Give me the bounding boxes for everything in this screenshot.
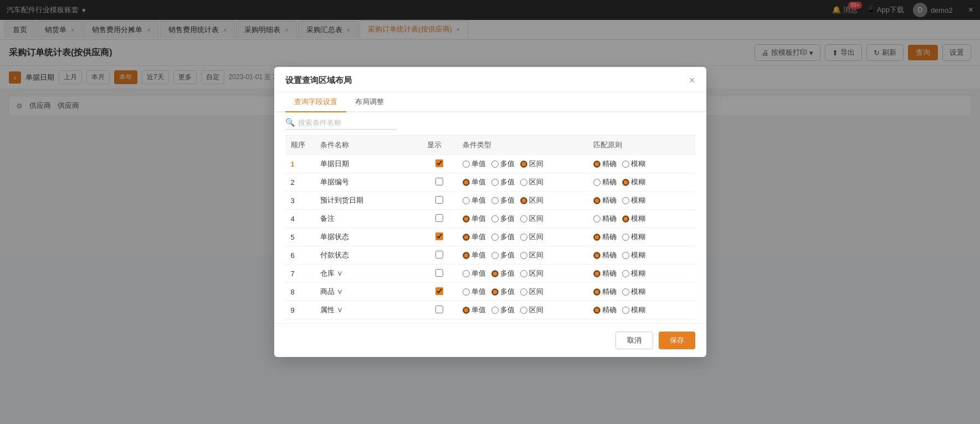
- cell-type: 单值多值区间: [457, 155, 588, 173]
- modal-close-button[interactable]: ×: [689, 75, 695, 92]
- type-radio-多值-4[interactable]: [491, 215, 499, 223]
- type-radio-多值-5[interactable]: [491, 234, 499, 241]
- display-checkbox-6[interactable]: [435, 251, 443, 256]
- order-number: 1: [291, 160, 295, 168]
- cell-order: 5: [285, 228, 315, 246]
- table-row: 1单据日期单值多值区间精确模糊: [285, 155, 695, 173]
- type-radio-单值-3[interactable]: [463, 197, 470, 204]
- display-checkbox-2[interactable]: [435, 178, 443, 185]
- cell-display: [422, 173, 457, 192]
- display-checkbox-4[interactable]: [435, 214, 443, 222]
- cell-name: 备注: [315, 210, 422, 228]
- modal-table: 顺序 条件名称 显示 条件类型 匹配原则 1单据日期单值多值区间精确模糊2单据编…: [285, 135, 695, 255]
- modal-table-body: 1单据日期单值多值区间精确模糊2单据编号单值多值区间精确模糊3预计到货日期单值多…: [285, 155, 695, 256]
- cell-type: 单值多值区间: [457, 228, 588, 246]
- cell-match: 精确模糊: [588, 246, 695, 256]
- modal-title: 设置查询区域布局: [285, 75, 352, 91]
- table-row: 5单据状态单值多值区间精确模糊: [285, 228, 695, 246]
- cell-name: 单据日期: [315, 155, 422, 173]
- type-radio-区间-4[interactable]: [520, 215, 527, 223]
- order-number: 6: [291, 251, 295, 256]
- cell-match: 精确模糊: [588, 228, 695, 246]
- table-row: 4备注单值多值区间精确模糊: [285, 210, 695, 228]
- cell-match: 精确模糊: [588, 155, 695, 173]
- cell-display: [422, 228, 457, 246]
- type-radio-区间-6[interactable]: [520, 252, 527, 256]
- cell-match: 精确模糊: [588, 173, 695, 192]
- modal-tabs: 查询字段设置 布局调整: [274, 92, 706, 112]
- cell-display: [422, 155, 457, 173]
- type-radio-单值-4[interactable]: [463, 215, 470, 223]
- search-icon: 🔍: [285, 118, 295, 127]
- cell-name: 单据状态: [315, 228, 422, 246]
- match-radio-精确-4[interactable]: [593, 215, 601, 223]
- search-box: 🔍: [285, 118, 396, 130]
- cell-order: 4: [285, 210, 315, 228]
- th-match: 匹配原则: [588, 136, 695, 155]
- type-radio-区间-3[interactable]: [520, 197, 527, 204]
- match-radio-精确-6[interactable]: [593, 252, 601, 256]
- order-number: 5: [291, 233, 295, 241]
- search-input[interactable]: [298, 118, 387, 127]
- cell-order: 3: [285, 192, 315, 210]
- type-radio-单值-6[interactable]: [463, 252, 470, 256]
- cell-display: [422, 210, 457, 228]
- order-number: 2: [291, 178, 295, 187]
- cell-type: 单值多值区间: [457, 173, 588, 192]
- cell-match: 精确模糊: [588, 192, 695, 210]
- table-row: 3预计到货日期单值多值区间精确模糊: [285, 192, 695, 210]
- type-radio-单值-1[interactable]: [463, 161, 470, 168]
- display-checkbox-1[interactable]: [435, 159, 443, 167]
- modal-search-area: 🔍: [274, 112, 706, 135]
- table-row: 2单据编号单值多值区间精确模糊: [285, 173, 695, 192]
- th-type: 条件类型: [457, 136, 588, 155]
- modal-tab-layout[interactable]: 布局调整: [346, 92, 393, 112]
- order-number: 4: [291, 215, 295, 223]
- type-radio-多值-3[interactable]: [491, 197, 499, 204]
- cell-name: 预计到货日期: [315, 192, 422, 210]
- table-header-row: 顺序 条件名称 显示 条件类型 匹配原则: [285, 136, 695, 155]
- cell-order: 2: [285, 173, 315, 192]
- type-radio-多值-6[interactable]: [491, 252, 499, 256]
- type-radio-单值-2[interactable]: [463, 179, 470, 186]
- settings-modal: 设置查询区域布局 × 查询字段设置 布局调整 🔍 顺序: [274, 67, 706, 255]
- match-radio-模糊-3[interactable]: [622, 197, 629, 204]
- match-radio-模糊-2[interactable]: [622, 179, 629, 186]
- modal-tab-query-fields[interactable]: 查询字段设置: [285, 92, 346, 112]
- modal-table-wrap: 顺序 条件名称 显示 条件类型 匹配原则 1单据日期单值多值区间精确模糊2单据编…: [274, 135, 706, 255]
- cell-order: 1: [285, 155, 315, 173]
- cell-type: 单值多值区间: [457, 192, 588, 210]
- match-radio-模糊-6[interactable]: [622, 252, 629, 256]
- order-number: 3: [291, 197, 295, 205]
- match-radio-精确-2[interactable]: [593, 179, 601, 186]
- cell-name: 单据编号: [315, 173, 422, 192]
- cell-match: 精确模糊: [588, 210, 695, 228]
- modal-header: 设置查询区域布局 ×: [274, 67, 706, 92]
- cell-order: 6: [285, 246, 315, 256]
- match-radio-精确-3[interactable]: [593, 197, 601, 204]
- th-display: 显示: [422, 136, 457, 155]
- cell-display: [422, 246, 457, 256]
- table-row: 6付款状态单值多值区间精确模糊: [285, 246, 695, 256]
- display-checkbox-3[interactable]: [435, 196, 443, 204]
- type-radio-多值-1[interactable]: [491, 161, 499, 168]
- modal-overlay: 设置查询区域布局 × 查询字段设置 布局调整 🔍 顺序: [0, 0, 980, 255]
- cell-type: 单值多值区间: [457, 246, 588, 256]
- cell-name: 付款状态: [315, 246, 422, 256]
- match-radio-精确-5[interactable]: [593, 234, 601, 241]
- th-order: 顺序: [285, 136, 315, 155]
- cell-type: 单值多值区间: [457, 210, 588, 228]
- cell-display: [422, 192, 457, 210]
- display-checkbox-5[interactable]: [435, 232, 443, 240]
- match-radio-模糊-1[interactable]: [622, 161, 629, 168]
- type-radio-区间-1[interactable]: [520, 161, 527, 168]
- type-radio-区间-2[interactable]: [520, 179, 527, 186]
- type-radio-多值-2[interactable]: [491, 179, 499, 186]
- match-radio-模糊-5[interactable]: [622, 234, 629, 241]
- th-name: 条件名称: [315, 136, 422, 155]
- type-radio-区间-5[interactable]: [520, 234, 527, 241]
- type-radio-单值-5[interactable]: [463, 234, 470, 241]
- match-radio-精确-1[interactable]: [593, 161, 601, 168]
- match-radio-模糊-4[interactable]: [622, 215, 629, 223]
